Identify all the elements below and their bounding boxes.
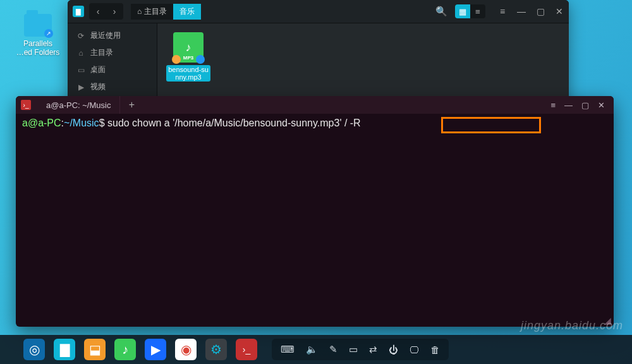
taskbar: ◎ ▇ ⬓ ♪ ▶ ◉ ⚙ ›_ ⌨ 🔈 ✎ ▭ ⇄ ⏻ 🖵 🗑 (0, 335, 632, 364)
breadcrumb-current[interactable]: 音乐 (173, 4, 201, 20)
file-item[interactable]: ♪ MP3 bensound-sunny.mp3 (166, 32, 210, 105)
taskbar-terminal[interactable]: ›_ (234, 337, 259, 362)
sidebar-item-video[interactable]: ▶ 视频 (68, 78, 157, 95)
window-minimize-button[interactable]: — (517, 7, 526, 16)
view-list-button[interactable]: ≡ (470, 4, 485, 18)
window-menu-button[interactable]: ≡ (498, 7, 507, 16)
files-icon: ▇ (60, 342, 70, 357)
tray-edit-icon[interactable]: ✎ (329, 344, 337, 355)
sidebar-item-label: 视频 (90, 82, 106, 92)
recent-icon: ⟳ (76, 32, 85, 40)
breadcrumb-home[interactable]: ⌂ 主目录 (131, 4, 173, 20)
taskbar-settings[interactable]: ⚙ (204, 337, 229, 362)
terminal-command: sudo chown a '/home/a/Music/bensound-sun… (105, 118, 361, 128)
breadcrumb: ⌂ 主目录 音乐 (131, 4, 201, 20)
desktop-icon: ▭ (76, 66, 85, 75)
terminal-window: ›_ a@a-PC: ~/Music + ≡ — ▢ ✕ a@a-PC:~/Mu… (16, 96, 614, 327)
terminal-menu-button[interactable]: ≡ (550, 101, 556, 109)
sidebar-item-label: 最近使用 (90, 30, 121, 41)
file-name-label: bensound-sunny.mp3 (166, 65, 210, 82)
watermark-text: jingyan.baidu.com (521, 319, 623, 332)
prompt-dollar: $ (99, 118, 105, 128)
breadcrumb-current-label: 音乐 (179, 6, 195, 17)
launcher-icon: ◎ (29, 342, 40, 357)
sidebar-item-desktop[interactable]: ▭ 桌面 (68, 61, 157, 78)
terminal-icon: ›_ (243, 344, 250, 355)
settings-icon: ⚙ (210, 342, 222, 357)
taskbar-launcher[interactable]: ◎ (21, 337, 47, 362)
tray-battery-icon[interactable]: ▭ (349, 344, 358, 355)
tray-display-icon[interactable]: 🖵 (410, 344, 419, 355)
home-icon: ⌂ (76, 49, 85, 58)
terminal-tab-title: a@a-PC: ~/Music (46, 100, 111, 110)
terminal-line: a@a-PC:~/Music$ sudo chown a '/home/a/Mu… (22, 118, 607, 129)
search-button[interactable]: 🔍 (434, 4, 449, 19)
sidebar-item-home[interactable]: ⌂ 主目录 (68, 44, 157, 61)
taskbar-chrome[interactable]: ◉ (173, 337, 198, 362)
shortcut-badge-icon: ↗ (44, 29, 53, 38)
tray-keyboard-icon[interactable]: ⌨ (281, 344, 295, 355)
prompt-path: ~/Music (64, 118, 99, 128)
terminal-titlebar: ›_ a@a-PC: ~/Music + ≡ — ▢ ✕ (16, 96, 614, 114)
music-note-icon: ♪ (186, 41, 191, 54)
sidebar-item-label: 主目录 (90, 47, 113, 58)
sidebar-item-recent[interactable]: ⟳ 最近使用 (68, 27, 157, 44)
terminal-maximize-button[interactable]: ▢ (581, 101, 589, 109)
terminal-body[interactable]: a@a-PC:~/Music$ sudo chown a '/home/a/Mu… (16, 114, 614, 327)
breadcrumb-home-label: 主目录 (144, 6, 167, 17)
terminal-tab[interactable]: a@a-PC: ~/Music (37, 96, 120, 114)
terminal-app-icon: ›_ (21, 100, 31, 110)
store-icon: ⬓ (89, 342, 101, 357)
tray-trash-icon[interactable]: 🗑 (430, 344, 440, 355)
share-badge-icon (196, 55, 205, 64)
taskbar-video[interactable]: ▶ (143, 337, 168, 362)
terminal-close-button[interactable]: ✕ (598, 101, 605, 109)
sidebar-item-label: 桌面 (90, 64, 106, 75)
desktop-shortcut-label-2: …ed Folders (15, 48, 61, 57)
home-icon: ⌂ (137, 7, 142, 16)
nav-back-button[interactable]: ‹ (90, 4, 106, 18)
search-icon: 🔍 (435, 6, 447, 17)
tray-volume-icon[interactable]: 🔈 (306, 344, 318, 355)
file-manager-titlebar: ▇ ‹ › ⌂ 主目录 音乐 🔍 ▦ ≡ ≡ — ▢ ✕ (68, 0, 569, 23)
desktop-shortcut-label-1: Parallels (15, 39, 61, 48)
file-manager-app-icon: ▇ (73, 6, 84, 17)
chrome-icon: ◉ (181, 342, 191, 357)
folder-icon: ↗ (24, 14, 52, 37)
view-grid-button[interactable]: ▦ (455, 4, 470, 18)
tray-power-icon[interactable]: ⏻ (389, 344, 398, 355)
tray-network-icon[interactable]: ⇄ (369, 344, 377, 355)
view-toggle: ▦ ≡ (455, 4, 485, 18)
window-close-button[interactable]: ✕ (555, 7, 564, 16)
file-ext-label: MP3 (183, 55, 193, 61)
terminal-minimize-button[interactable]: — (564, 101, 573, 109)
window-maximize-button[interactable]: ▢ (536, 7, 545, 16)
nav-buttons: ‹ › (89, 3, 123, 20)
video-icon: ▶ (151, 342, 161, 357)
taskbar-files[interactable]: ▇ (52, 337, 77, 362)
mp3-file-icon: ♪ MP3 (173, 32, 204, 63)
grid-icon: ▦ (459, 7, 466, 16)
taskbar-music[interactable]: ♪ (112, 337, 138, 362)
nav-forward-button[interactable]: › (107, 4, 122, 18)
sync-badge-icon (172, 55, 181, 64)
terminal-new-tab-button[interactable]: + (123, 99, 140, 111)
video-icon: ▶ (76, 83, 85, 92)
list-icon: ≡ (475, 7, 480, 16)
desktop-shortcut-parallels[interactable]: ↗ Parallels …ed Folders (15, 14, 61, 57)
taskbar-store[interactable]: ⬓ (82, 337, 107, 362)
prompt-user: a@a-PC (22, 118, 61, 128)
music-icon: ♪ (122, 343, 128, 357)
system-tray: ⌨ 🔈 ✎ ▭ ⇄ ⏻ 🖵 🗑 (272, 339, 449, 360)
